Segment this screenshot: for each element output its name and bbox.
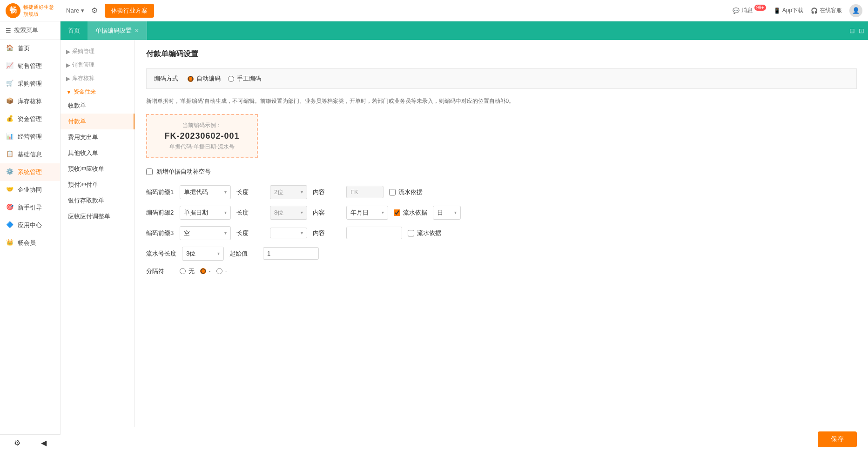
- nav-tabs-right: ⊟ ⊡: [849, 27, 868, 34]
- prefix2-content-value: 年月日: [350, 209, 369, 217]
- separator-label: 分隔符: [146, 267, 174, 276]
- auto-fill-label: 新增单据自动补空号: [156, 168, 211, 176]
- sub-item-expense[interactable]: 费用支出单: [61, 129, 135, 145]
- sub-section-fund-label: 资金往来: [74, 88, 96, 96]
- sidebar-item-app-center[interactable]: 🔷 应用中心: [0, 216, 60, 234]
- sep-none-option[interactable]: 无: [180, 267, 195, 276]
- minimize-icon[interactable]: ⊟: [849, 27, 855, 34]
- search-menu-button[interactable]: ☰ 搜索菜单: [0, 21, 60, 40]
- manual-code-option[interactable]: 手工编码: [228, 74, 261, 83]
- prefix2-period-select[interactable]: 日 ▾: [433, 206, 461, 220]
- prefix3-length-select[interactable]: ▾: [270, 228, 307, 238]
- manual-code-label: 手工编码: [237, 74, 261, 83]
- company-dropdown[interactable]: Nare ▾: [66, 7, 84, 14]
- inventory-icon: 📦: [6, 97, 14, 106]
- sep-dot-radio[interactable]: [200, 268, 206, 274]
- sub-item-receipt-label: 收款单: [68, 101, 86, 110]
- chevron-right-icon: ▶: [66, 48, 70, 55]
- prefix3-length-arrow: ▾: [301, 230, 303, 236]
- save-button[interactable]: 保存: [818, 431, 857, 447]
- logo-icon: 畅: [6, 3, 20, 18]
- sidebar-item-home[interactable]: 🏠 首页: [0, 40, 60, 57]
- prefix2-length-label: 长度: [236, 209, 264, 217]
- trial-button[interactable]: 体验行业方案: [105, 4, 154, 18]
- messages-button[interactable]: 💬 消息 99+: [733, 7, 766, 14]
- sidebar-item-finance[interactable]: 💰 资金管理: [0, 110, 60, 128]
- sidebar-item-sales[interactable]: 📈 销售管理: [0, 57, 60, 75]
- auto-fill-row: 新增单据自动补空号: [146, 168, 857, 176]
- prefix2-select[interactable]: 单据日期 ▾: [180, 206, 231, 220]
- sub-item-prepay-recv[interactable]: 预收冲应收单: [61, 161, 135, 177]
- sub-section-fund[interactable]: ▼ 资金往来: [61, 84, 135, 98]
- prefix2-length-select[interactable]: 8位 ▾: [270, 206, 307, 220]
- prefix2-content-select[interactable]: 年月日 ▾: [346, 206, 388, 220]
- auto-code-option[interactable]: 自动编码: [188, 74, 221, 83]
- serial-length-select[interactable]: 3位 ▾: [182, 247, 224, 261]
- prefix1-select[interactable]: 单据代码 ▾: [180, 185, 231, 199]
- online-service-button[interactable]: 🎧 在线客服: [811, 7, 842, 14]
- code-example: FK-20230602-001: [156, 131, 248, 141]
- sidebar-item-enterprise[interactable]: 🤝 企业协同: [0, 181, 60, 199]
- prefix3-content-label: 内容: [313, 229, 341, 237]
- settings-gear-button[interactable]: ⚙: [88, 4, 101, 17]
- prefix2-stream-item[interactable]: 流水依据: [394, 209, 427, 217]
- sidebar-item-purchase[interactable]: 🛒 采购管理: [0, 75, 60, 93]
- serial-start-input[interactable]: [263, 247, 319, 260]
- settings-bottom-icon[interactable]: ⚙: [14, 438, 20, 447]
- sep-dot-option[interactable]: ·: [200, 268, 211, 275]
- sub-section-sales[interactable]: ▶ 销售管理: [61, 57, 135, 71]
- tab-encoding-label: 单据编码设置: [95, 27, 132, 35]
- prefix3-stream-item[interactable]: 流水依据: [408, 229, 441, 237]
- sub-item-payment[interactable]: 付款单: [61, 114, 135, 129]
- sub-item-other-income[interactable]: 其他收入单: [61, 145, 135, 161]
- sidebar-item-basic-info[interactable]: 📋 基础信息: [0, 146, 60, 163]
- auto-fill-checkbox[interactable]: [146, 168, 153, 175]
- prefix2-row: 编码前缀2 单据日期 ▾ 长度 8位 ▾ 内容 年月日 ▾ 流水依据 日 ▾: [146, 206, 857, 220]
- maximize-icon[interactable]: ⊡: [859, 27, 864, 34]
- sales-icon: 📈: [6, 62, 14, 70]
- prefix2-value: 单据日期: [184, 209, 208, 217]
- encoding-radio-group: 自动编码 手工编码: [188, 74, 261, 83]
- code-preview-label: 当前编码示例：: [156, 121, 248, 129]
- user-avatar[interactable]: 👤: [849, 4, 862, 17]
- sub-item-receipt[interactable]: 收款单: [61, 98, 135, 114]
- sub-item-ar-ap-adjust[interactable]: 应收应付调整单: [61, 209, 135, 224]
- nav-tabs: 首页 单据编码设置 ✕ ⊟ ⊡: [61, 21, 868, 40]
- sep-none-radio[interactable]: [180, 268, 186, 274]
- sep-dash-radio[interactable]: [216, 268, 222, 274]
- tab-encoding-settings[interactable]: 单据编码设置 ✕: [88, 21, 147, 40]
- tab-close-icon[interactable]: ✕: [135, 27, 139, 34]
- header-middle: Nare ▾ ⚙ 体验行业方案: [66, 4, 733, 18]
- sidebar-item-system[interactable]: ⚙️ 系统管理: [0, 163, 60, 181]
- sidebar-item-guide[interactable]: 🎯 新手引导: [0, 199, 60, 216]
- sub-section-purchase[interactable]: ▶ 采购管理: [61, 44, 135, 57]
- prefix1-length-select[interactable]: 2位 ▾: [270, 185, 307, 199]
- prefix3-stream-checkbox[interactable]: [408, 230, 414, 236]
- prefix2-stream-checkbox[interactable]: [394, 209, 400, 216]
- home-icon: 🏠: [6, 44, 14, 53]
- collapse-icon[interactable]: ◀: [41, 438, 47, 447]
- sidebar-item-member[interactable]: 👑 畅会员: [0, 234, 60, 252]
- sub-section-inventory[interactable]: ▶ 库存核算: [61, 71, 135, 84]
- sub-item-bank[interactable]: 银行存取款单: [61, 193, 135, 209]
- sidebar: ☰ 搜索菜单 🏠 首页 📈 销售管理 🛒 采购管理 📦 库存核算 💰 资金管理 …: [0, 21, 61, 451]
- manual-code-radio[interactable]: [228, 76, 234, 82]
- prefix1-stream-item[interactable]: 流水依据: [389, 188, 423, 196]
- sidebar-item-operations[interactable]: 📊 经营管理: [0, 128, 60, 146]
- sub-item-prepay-pay[interactable]: 预付冲付单: [61, 177, 135, 193]
- sep-dash-option[interactable]: ·: [216, 268, 227, 275]
- prefix1-stream-checkbox[interactable]: [389, 189, 396, 195]
- app-download-button[interactable]: 📱 App下载: [774, 7, 803, 14]
- prefix3-content-input[interactable]: [346, 227, 402, 239]
- sidebar-item-inventory[interactable]: 📦 库存核算: [0, 93, 60, 110]
- code-desc: 单据代码-单据日期-流水号: [156, 143, 248, 151]
- sidebar-item-inventory-label: 库存核算: [18, 97, 42, 106]
- auto-code-radio[interactable]: [188, 76, 194, 82]
- prefix3-select[interactable]: 空 ▾: [180, 226, 231, 240]
- sidebar-item-basic-info-label: 基础信息: [18, 150, 42, 159]
- chevron-right-icon-sales: ▶: [66, 62, 70, 68]
- sidebar-bottom: ⚙ ◀: [0, 434, 61, 451]
- sub-item-other-income-label: 其他收入单: [68, 149, 98, 157]
- tab-home[interactable]: 首页: [61, 21, 88, 40]
- sep-none-label: 无: [188, 267, 195, 276]
